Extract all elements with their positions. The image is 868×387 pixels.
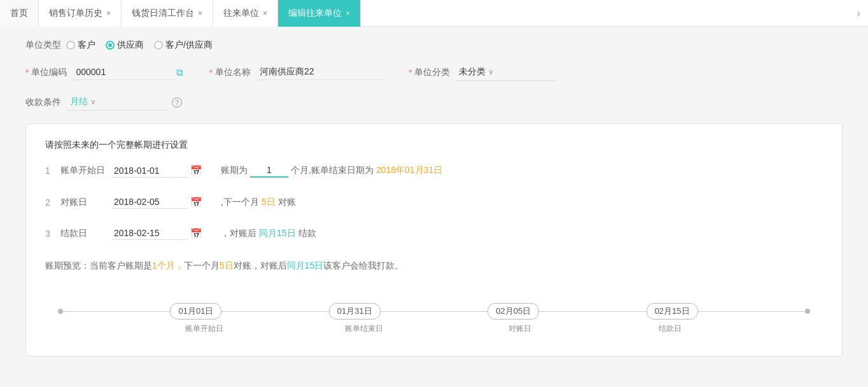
preview-label: 账期预览：当前客户账期是 xyxy=(45,260,152,271)
tab-home[interactable]: 首页 xyxy=(0,0,39,27)
tl-badge-2: 01月31日 xyxy=(329,303,381,320)
payment-after: 结款 xyxy=(298,228,316,239)
reconcile-day-highlight: 5日 xyxy=(262,197,276,208)
row-2-label: 对账日 xyxy=(60,197,111,208)
radio-both[interactable]: 客户/供应商 xyxy=(154,39,213,51)
radio-both-label: 客户/供应商 xyxy=(165,39,213,51)
payment-prefix: ，对账后 xyxy=(221,228,256,239)
row-2-suffix: ,下一个月 5日 对账 xyxy=(221,197,296,208)
radio-both-circle xyxy=(154,41,163,50)
close-cash-work-icon[interactable]: × xyxy=(198,9,202,18)
start-date-cal-icon[interactable]: 📅 xyxy=(190,165,202,176)
row-1-suffix: 账期为 个月,账单结束日期为 2018年01月31日 xyxy=(221,164,442,178)
reconcile-date-cal-icon[interactable]: 📅 xyxy=(190,197,202,208)
period-label: 账期为 xyxy=(221,165,248,176)
tab-bar: 首页 销售订单历史 × 钱货日清工作台 × 往来单位 × 编辑往来单位 × › xyxy=(0,0,868,27)
radio-supplier-label: 供应商 xyxy=(117,39,144,51)
tl-label-1: 账单开始日 xyxy=(179,323,230,334)
tab-edit-partner[interactable]: 编辑往来单位 × xyxy=(278,0,361,27)
payment-day-highlight: 同月15日 xyxy=(259,228,296,239)
unit-code-input[interactable] xyxy=(72,64,174,80)
unit-code-copy-icon[interactable]: ⧉ xyxy=(176,67,183,78)
tl-point-2: 01月31日 xyxy=(329,303,381,320)
row-2-date: 📅 xyxy=(111,195,213,209)
unit-category-label: 单位分类 xyxy=(414,67,450,78)
payment-date-input[interactable] xyxy=(111,227,188,240)
row-3-label: 结款日 xyxy=(60,228,111,239)
tl-label-4: 结款日 xyxy=(651,323,689,334)
unit-name-input[interactable] xyxy=(256,64,383,80)
tab-sales-history-label: 销售订单历史 xyxy=(49,8,102,19)
row-1-num: 1 xyxy=(45,165,60,176)
close-partner-icon[interactable]: × xyxy=(263,9,267,18)
preview-reconcile-prefix: 下一个月 xyxy=(184,260,220,271)
payment-row: 3 结款日 📅 ，对账后 同月15日 结款 xyxy=(45,227,823,240)
row-2-num: 2 xyxy=(45,197,60,208)
tl-badge-4: 02月15日 xyxy=(647,303,698,320)
reconcile-after: 对账 xyxy=(278,197,296,208)
timeline-line-2 xyxy=(221,311,328,312)
period-input[interactable] xyxy=(250,164,288,178)
tl-badge-1: 01月01日 xyxy=(170,303,221,320)
tab-cash-work[interactable]: 钱货日清工作台 × xyxy=(122,0,213,27)
payment-terms-item: 收款条件 月结 ∨ ? xyxy=(25,94,182,111)
row-1-label: 账单开始日 xyxy=(60,165,111,176)
unit-name-label: 单位名称 xyxy=(215,67,251,78)
payment-terms-value: 月结 xyxy=(70,96,88,108)
payment-terms-row: 收款条件 月结 ∨ ? xyxy=(25,94,843,111)
radio-customer[interactable]: 客户 xyxy=(66,39,95,51)
reconcile-date-input[interactable] xyxy=(111,195,188,209)
settings-card: 请按照未来的一个完整帐期进行设置 1 账单开始日 📅 账期为 个月,账单结束日期… xyxy=(25,123,843,356)
radio-customer-label: 客户 xyxy=(78,39,95,51)
tl-label-2-text: 账单结束日 xyxy=(345,323,383,334)
tl-point-3: 02月05日 xyxy=(487,303,539,320)
tab-more-button[interactable]: › xyxy=(850,8,868,19)
tab-home-label: 首页 xyxy=(10,8,28,19)
tab-cash-work-label: 钱货日清工作台 xyxy=(132,8,194,19)
tl-point-4: 02月15日 xyxy=(647,303,698,320)
radio-supplier[interactable]: 供应商 xyxy=(106,39,144,51)
row-3-num: 3 xyxy=(45,229,60,239)
end-date-highlight: 2018年01月31日 xyxy=(376,165,442,176)
timeline-left-dot xyxy=(58,309,63,314)
payment-terms-arrow: ∨ xyxy=(90,97,96,106)
unit-type-radio-group: 客户 供应商 客户/供应商 xyxy=(66,39,213,51)
timeline-right-dot xyxy=(805,309,810,314)
main-content: 单位类型 客户 供应商 客户/供应商 * 单位编码 xyxy=(0,27,868,387)
payment-date-cal-icon[interactable]: 📅 xyxy=(190,228,202,239)
timeline-line-4 xyxy=(539,311,646,312)
unit-type-label: 单位类型 xyxy=(25,39,61,51)
timeline-line-1 xyxy=(63,311,170,312)
period-unit: 个月,账单结束日期为 xyxy=(291,165,374,176)
tab-partner[interactable]: 往来单位 × xyxy=(213,0,278,27)
close-edit-partner-icon[interactable]: × xyxy=(346,9,350,18)
radio-customer-circle xyxy=(66,41,75,50)
radio-supplier-circle xyxy=(106,41,115,50)
unit-name-star: * xyxy=(209,67,212,78)
timeline-line-3 xyxy=(381,311,487,312)
reconcile-row: 2 对账日 📅 ,下一个月 5日 对账 xyxy=(45,195,823,209)
timeline-line-5 xyxy=(698,311,805,312)
unit-name-item: * 单位名称 xyxy=(209,64,382,80)
payment-terms-help-icon[interactable]: ? xyxy=(172,97,182,108)
account-start-row: 1 账单开始日 📅 账期为 个月,账单结束日期为 2018年01月31日 xyxy=(45,164,823,178)
tl-point-1: 01月01日 xyxy=(170,303,221,320)
tab-edit-partner-label: 编辑往来单位 xyxy=(288,8,342,19)
unit-category-select[interactable]: 未分类 ∨ xyxy=(455,64,557,81)
tl-label-3: 对账日 xyxy=(498,323,542,334)
tab-sales-history[interactable]: 销售订单历史 × xyxy=(39,0,122,27)
preview-reconcile-day: 5日 xyxy=(220,260,234,271)
start-date-input[interactable] xyxy=(111,164,188,178)
unit-type-item: 单位类型 客户 供应商 客户/供应商 xyxy=(25,39,213,51)
unit-category-star: * xyxy=(409,67,412,78)
row-3-suffix: ，对账后 同月15日 结款 xyxy=(221,228,316,239)
preview-reconcile-suffix: 对账，对账后 xyxy=(234,260,287,271)
reconcile-prefix: ,下一个月 xyxy=(221,197,259,208)
preview-payment-day: 同月15日 xyxy=(287,260,324,271)
tl-label-4-text: 结款日 xyxy=(659,323,682,334)
unit-code-star: * xyxy=(25,67,29,78)
close-sales-history-icon[interactable]: × xyxy=(106,9,111,18)
payment-terms-select[interactable]: 月结 ∨ xyxy=(66,94,168,111)
preview-text: 账期预览：当前客户账期是1个月，下一个月5日对账，对账后同月15日该客户会给我打… xyxy=(45,258,823,274)
payment-terms-label: 收款条件 xyxy=(25,97,61,108)
